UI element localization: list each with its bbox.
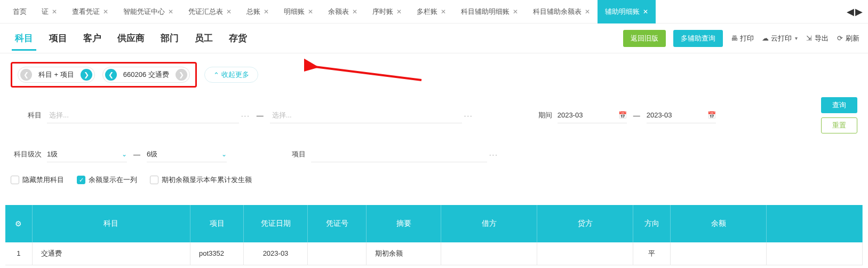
tab-multicolumn[interactable]: 多栏账 ✕ <box>409 0 453 23</box>
multi-aux-button[interactable]: 多辅助查询 <box>673 30 723 47</box>
period-to-input[interactable]: 2023-03 📅 <box>647 107 716 123</box>
close-icon[interactable]: ✕ <box>513 8 518 15</box>
col-voucher: 凭证号 <box>308 205 367 242</box>
close-icon[interactable]: ✕ <box>226 8 232 15</box>
reset-button[interactable]: 重置 <box>821 117 857 133</box>
tab-journal[interactable]: 序时账 ✕ <box>365 0 409 23</box>
cloud-print-icon: ☁ <box>761 34 769 42</box>
field-project: 项目 ··· <box>275 146 498 162</box>
subject-to-input[interactable]: 选择... <box>270 107 462 123</box>
tab-view-voucher[interactable]: 查看凭证 ✕ <box>65 0 116 23</box>
tab-subject-aux-balance[interactable]: 科目辅助余额表 ✕ <box>525 0 598 23</box>
chevron-down-icon: ▾ <box>795 35 798 41</box>
col-direction: 方向 <box>633 205 671 242</box>
checkbox-icon: ✓ <box>77 176 85 184</box>
tab-label: 查看凭证 <box>72 7 100 17</box>
checkbox-icon <box>11 176 19 184</box>
col-gear[interactable]: ⚙ <box>5 205 32 242</box>
check-label: 隐藏禁用科目 <box>22 175 64 185</box>
check-balance-one-col[interactable]: ✓ 余额显示在一列 <box>77 175 137 185</box>
pill-subject-code[interactable]: ❮ 660206 交通费 ❯ <box>102 67 190 83</box>
check-hide-disabled[interactable]: 隐藏禁用科目 <box>11 175 64 185</box>
subtab-department[interactable]: 部门 <box>154 27 185 50</box>
tab-voucher-summary[interactable]: 凭证汇总表 ✕ <box>181 0 239 23</box>
pill-subject-project[interactable]: ❮ 科目 + 项目 ❯ <box>18 67 95 83</box>
subtab-inventory[interactable]: 存货 <box>222 27 253 50</box>
dash: — <box>133 151 140 159</box>
placeholder: 选择... <box>272 111 292 120</box>
subject-label: 科目 <box>11 111 42 120</box>
close-icon[interactable]: ✕ <box>264 8 269 15</box>
print-button[interactable]: 🖶 打印 <box>730 34 754 43</box>
prev-icon[interactable]: ❮ <box>105 69 117 81</box>
tab-label: 多栏账 <box>417 7 437 17</box>
tab-general-ledger[interactable]: 总账 ✕ <box>239 0 276 23</box>
back-old-button[interactable]: 返回旧版 <box>623 30 666 47</box>
check-opening-ytd[interactable]: 期初余额显示本年累计发生额 <box>150 175 252 185</box>
col-summary: 摘要 <box>367 205 441 242</box>
filter-panel: 科目 选择... ··· — 选择... ··· 期间 2023-03 📅 — … <box>0 92 868 201</box>
tab-scroll-left-icon[interactable]: ◀ <box>847 6 854 18</box>
tab-scroll-right-icon[interactable]: ▶ <box>855 6 863 18</box>
field-level: 科目级次 1级 ⌄ — 6级 ⌄ <box>11 146 227 162</box>
tab-label: 序时账 <box>372 7 393 17</box>
close-icon[interactable]: ✕ <box>441 8 446 15</box>
tab-balance-sheet[interactable]: 余额表 ✕ <box>321 0 365 23</box>
project-input[interactable] <box>311 146 487 162</box>
pill-label: 科目 + 项目 <box>32 70 81 80</box>
cell-credit <box>537 242 633 265</box>
refresh-button[interactable]: ⟳ 刷新 <box>836 34 859 43</box>
more-icon[interactable]: ··· <box>464 112 473 120</box>
toggle-more-button[interactable]: ⌃ 收起更多 <box>204 67 258 83</box>
cloud-print-button[interactable]: ☁ 云打印 ▾ <box>761 34 798 43</box>
close-icon[interactable]: ✕ <box>396 8 402 15</box>
col-project: 项目 <box>190 205 244 242</box>
subtab-subject[interactable]: 科目 <box>9 27 39 50</box>
period-to-value: 2023-03 <box>647 111 672 119</box>
tab-smart-voucher-center[interactable]: 智能凭证中心 ✕ <box>116 0 181 23</box>
col-credit: 贷方 <box>537 205 633 242</box>
tab-label: 科目辅助明细账 <box>461 7 509 17</box>
col-debit: 借方 <box>441 205 537 242</box>
checkbox-icon <box>150 176 158 184</box>
tab-label: 证 <box>42 7 49 17</box>
subbar: 科目 项目 客户 供应商 部门 员工 存货 返回旧版 多辅助查询 🖶 打印 ☁ … <box>0 23 868 53</box>
tab-subject-aux-detail[interactable]: 科目辅助明细账 ✕ <box>453 0 525 23</box>
next-icon[interactable]: ❯ <box>81 69 92 81</box>
tab-aux-detail[interactable]: 辅助明细账 ✕ <box>598 0 656 23</box>
subtab-customer[interactable]: 客户 <box>77 27 108 50</box>
period-from-input[interactable]: 2023-03 📅 <box>558 107 627 123</box>
level-from-select[interactable]: 1级 ⌄ <box>47 146 127 162</box>
close-icon[interactable]: ✕ <box>168 8 173 15</box>
close-icon[interactable]: ✕ <box>308 8 313 15</box>
query-button[interactable]: 查询 <box>821 97 857 113</box>
more-icon[interactable]: ··· <box>489 151 498 159</box>
close-icon[interactable]: ✕ <box>352 8 357 15</box>
next-icon[interactable]: ❯ <box>176 69 187 81</box>
close-icon[interactable]: ✕ <box>585 8 590 15</box>
more-icon[interactable]: ··· <box>241 112 250 120</box>
cell-direction: 平 <box>633 242 671 265</box>
subtab-supplier[interactable]: 供应商 <box>111 27 151 50</box>
field-subject: 科目 选择... ··· — 选择... ··· <box>11 107 473 123</box>
tab-home[interactable]: 首页 <box>5 0 34 23</box>
close-icon[interactable]: ✕ <box>52 8 57 15</box>
dash: — <box>257 112 264 120</box>
subject-from-input[interactable]: 选择... <box>47 107 239 123</box>
export-button[interactable]: ⇲ 导出 <box>805 34 829 43</box>
tab-voucher-short[interactable]: 证 ✕ <box>34 0 65 23</box>
highlight-red-box: ❮ 科目 + 项目 ❯ ❮ 660206 交通费 ❯ <box>11 62 197 88</box>
close-icon[interactable]: ✕ <box>103 8 108 15</box>
export-icon: ⇲ <box>805 34 813 42</box>
tab-detail-ledger[interactable]: 明细账 ✕ <box>276 0 321 23</box>
table-row[interactable]: 1 交通费 pot3352 2023-03 期初余额 平 <box>5 242 863 265</box>
col-subject: 科目 <box>32 205 190 242</box>
level-to-select[interactable]: 6级 ⌄ <box>147 146 227 162</box>
cell-date: 2023-03 <box>244 242 308 265</box>
dash: — <box>633 112 640 120</box>
subtab-project[interactable]: 项目 <box>43 27 74 50</box>
prev-icon[interactable]: ❮ <box>20 69 32 81</box>
export-label: 导出 <box>815 34 829 43</box>
close-icon[interactable]: ✕ <box>643 8 648 15</box>
subtab-employee[interactable]: 员工 <box>188 27 219 50</box>
